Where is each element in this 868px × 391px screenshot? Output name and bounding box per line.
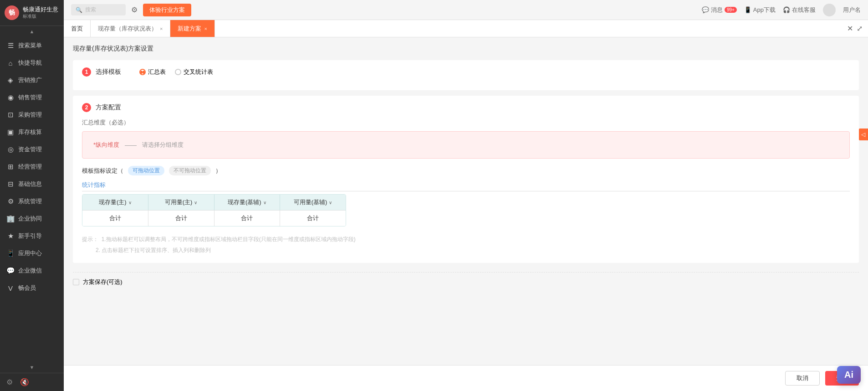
radio-cross-circle bbox=[175, 69, 181, 75]
customer-service-action[interactable]: 🎧 在线客服 bbox=[783, 6, 816, 14]
sidebar-label: 营销推广 bbox=[18, 76, 42, 84]
finance-icon: ◎ bbox=[6, 145, 15, 154]
sidebar-label: 库存核算 bbox=[18, 128, 42, 136]
chevron-1-icon: ∨ bbox=[128, 200, 132, 205]
message-action[interactable]: 💬 消息 99+ bbox=[702, 6, 737, 14]
new-user-icon: ★ bbox=[6, 232, 15, 240]
home-tab-label: 首页 bbox=[71, 25, 83, 33]
stats-col-4[interactable]: 可用量(基辅) ∨ bbox=[280, 195, 346, 210]
sidebar-label: 企业协同 bbox=[18, 215, 42, 223]
page-title: 现存量(库存状况表)方案设置 bbox=[73, 45, 859, 53]
topbar-search[interactable]: 🔍 搜索 bbox=[71, 4, 126, 15]
tab-inventory[interactable]: 现存量（库存状况表） × bbox=[91, 20, 170, 37]
new-scheme-tab-label: 新建方案 bbox=[178, 25, 201, 33]
sidebar-label: 应用中心 bbox=[18, 249, 42, 257]
stats-section: 统计指标 现存量(主) ∨ 可用量(主) ∨ 现存量(基辅) bbox=[82, 181, 850, 226]
radio-cross[interactable]: 交叉统计表 bbox=[175, 68, 213, 76]
stats-table-row: 合计 合计 合计 合计 bbox=[82, 210, 346, 226]
sidebar-item-finance[interactable]: ◎ 资金管理 bbox=[0, 141, 64, 158]
metric-settings-label: 模板指标设定（ 可拖动位置 不可拖动位置 ） bbox=[82, 166, 850, 175]
sidebar-item-purchase[interactable]: ⊡ 采购管理 bbox=[0, 106, 64, 123]
membership-icon: V bbox=[6, 284, 15, 292]
chevron-4-icon: ∨ bbox=[329, 200, 332, 205]
step2-header: 2 方案配置 bbox=[82, 103, 850, 112]
main-area: 🔍 搜索 ⚙ 体验行业方案 💬 消息 99+ 📱 App下载 🎧 在线客服 用户… bbox=[64, 0, 868, 391]
sidebar-item-membership[interactable]: V 畅会员 bbox=[0, 279, 64, 297]
topbar-right: 💬 消息 99+ 📱 App下载 🎧 在线客服 用户名 bbox=[702, 4, 861, 16]
app-download-action[interactable]: 📱 App下载 bbox=[744, 6, 776, 14]
expand-tab-icon[interactable]: ⤢ bbox=[857, 24, 863, 33]
inventory-tab-close[interactable]: × bbox=[160, 26, 163, 31]
message-icon: 💬 bbox=[702, 6, 709, 13]
stats-col-3[interactable]: 现存量(基辅) ∨ bbox=[214, 195, 281, 210]
user-avatar[interactable] bbox=[823, 4, 836, 16]
tab-home[interactable]: 首页 bbox=[64, 20, 91, 37]
sidebar-logo: 畅 畅康通好生意 标准版 bbox=[0, 0, 64, 26]
radio-summary-circle bbox=[139, 69, 146, 75]
sidebar-item-enterprise[interactable]: 🏢 企业协同 bbox=[0, 210, 64, 227]
sidebar-item-basic-info[interactable]: ⊟ 基础信息 bbox=[0, 175, 64, 193]
sidebar-scroll-up[interactable]: ▲ bbox=[0, 26, 64, 37]
app-download-icon: 📱 bbox=[744, 6, 751, 13]
dimension-required-label: 汇总维度（必选） bbox=[82, 118, 850, 127]
stats-col-1[interactable]: 现存量(主) ∨ bbox=[82, 195, 148, 210]
sidebar-scroll-down[interactable]: ▼ bbox=[0, 362, 64, 373]
customer-service-icon: 🎧 bbox=[783, 6, 790, 13]
save-option-label: 方案保存(可选) bbox=[83, 278, 123, 286]
sidebar-item-wechat[interactable]: 💬 企业微信 bbox=[0, 262, 64, 279]
new-scheme-tab-close[interactable]: × bbox=[204, 26, 207, 31]
dimension-area[interactable]: *纵向维度 —— 请选择分组维度 bbox=[82, 131, 850, 159]
settings-icon[interactable]: ⚙ bbox=[6, 378, 13, 386]
app-name: 畅康通好生意 bbox=[23, 6, 58, 14]
sidebar-item-sales[interactable]: ◉ 销售管理 bbox=[0, 89, 64, 106]
cancel-button[interactable]: 取消 bbox=[785, 371, 820, 386]
tab-new-scheme[interactable]: 新建方案 × bbox=[170, 20, 214, 37]
sidebar-label: 快捷导航 bbox=[18, 59, 42, 67]
radio-summary-label: 汇总表 bbox=[148, 68, 166, 76]
enterprise-icon: 🏢 bbox=[6, 215, 15, 223]
mute-icon[interactable]: 🔇 bbox=[20, 378, 29, 386]
operations-icon: ⊞ bbox=[6, 163, 15, 171]
purchase-icon: ⊡ bbox=[6, 111, 15, 119]
sidebar-item-operations[interactable]: ⊞ 经营管理 bbox=[0, 158, 64, 175]
message-badge: 99+ bbox=[725, 7, 737, 13]
sidebar-item-new-user[interactable]: ★ 新手引导 bbox=[0, 227, 64, 245]
sidebar-label: 企业微信 bbox=[18, 267, 42, 275]
step2-section: 2 方案配置 汇总维度（必选） *纵向维度 —— 请选择分组维度 模板指标设定（… bbox=[73, 96, 859, 263]
sidebar-item-app-center[interactable]: 📱 应用中心 bbox=[0, 245, 64, 262]
sidebar-item-inventory[interactable]: ▣ 库存核算 bbox=[0, 123, 64, 141]
topbar: 🔍 搜索 ⚙ 体验行业方案 💬 消息 99+ 📱 App下载 🎧 在线客服 用户… bbox=[64, 0, 868, 20]
tips-section: 提示： 1.拖动标题栏可以调整布局，不可跨维度或指标区域拖动栏目字段(只能在同一… bbox=[82, 234, 850, 256]
stats-cell-2: 合计 bbox=[148, 211, 214, 226]
gear-icon[interactable]: ⚙ bbox=[131, 5, 138, 14]
step1-section: 1 选择模板 汇总表 交叉统计表 bbox=[73, 60, 859, 90]
radio-summary[interactable]: 汇总表 bbox=[139, 68, 166, 76]
ai-badge[interactable]: Ai bbox=[837, 366, 861, 384]
search-menu-icon: ☰ bbox=[6, 41, 15, 50]
sidebar-label: 资金管理 bbox=[18, 145, 42, 154]
step2-number: 2 bbox=[82, 103, 91, 112]
sidebar-label: 系统管理 bbox=[18, 197, 42, 206]
close-tab-icon[interactable]: ✕ bbox=[847, 24, 853, 33]
app-center-icon: 📱 bbox=[6, 249, 15, 257]
sidebar-item-marketing[interactable]: ◈ 营销推广 bbox=[0, 72, 64, 89]
sidebar-label: 采购管理 bbox=[18, 111, 42, 119]
footer-bar: 取消 查询 bbox=[64, 365, 868, 391]
inventory-tab-label: 现存量（库存状况表） bbox=[98, 25, 157, 33]
system-icon: ⚙ bbox=[6, 197, 15, 206]
step1-header: 1 选择模板 汇总表 交叉统计表 bbox=[82, 67, 850, 77]
sidebar-item-search-menu[interactable]: ☰ 搜索菜单 bbox=[0, 37, 64, 54]
stats-col-2[interactable]: 可用量(主) ∨ bbox=[148, 195, 214, 210]
bottom-save-section: 方案保存(可选) bbox=[73, 272, 859, 286]
sidebar-label: 销售管理 bbox=[18, 93, 42, 102]
non-draggable-chip: 不可拖动位置 bbox=[169, 166, 211, 175]
sidebar-nav: ☰ 搜索菜单 ⌂ 快捷导航 ◈ 营销推广 ◉ 销售管理 ⊡ 采购管理 ▣ 库存核… bbox=[0, 37, 64, 362]
template-radio-group: 汇总表 交叉统计表 bbox=[139, 68, 213, 76]
sidebar-item-quick-nav[interactable]: ⌂ 快捷导航 bbox=[0, 54, 64, 72]
save-option-checkbox[interactable] bbox=[73, 279, 79, 285]
stats-table-header: 现存量(主) ∨ 可用量(主) ∨ 现存量(基辅) ∨ 可用量(基辅) bbox=[82, 195, 346, 210]
user-name: 用户名 bbox=[843, 6, 861, 14]
scroll-indicator[interactable]: ◁ bbox=[859, 129, 868, 140]
trial-button[interactable]: 体验行业方案 bbox=[143, 4, 191, 16]
sidebar-item-system[interactable]: ⚙ 系统管理 bbox=[0, 193, 64, 210]
